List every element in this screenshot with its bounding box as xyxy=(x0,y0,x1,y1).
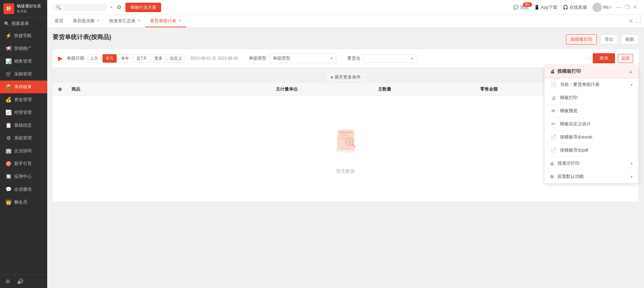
close-icon[interactable]: ✕ xyxy=(633,4,637,10)
sidebar-item-inventory[interactable]: 📦 库存核算 xyxy=(0,81,47,93)
online-service-item[interactable]: 🎧 在线客服 xyxy=(563,4,587,10)
current-label: 当前：要货单统计表 xyxy=(560,82,599,88)
inventory-icon: 📦 xyxy=(5,84,11,90)
sidebar-item-basic-info[interactable]: 📋 基础信息 xyxy=(0,119,47,132)
tab-inventory-batch[interactable]: 库存批次账 ✕ xyxy=(68,15,105,27)
sidebar-search[interactable]: 🔍 搜索菜单 xyxy=(0,18,47,29)
warehouse-label: 要货仓 xyxy=(347,55,360,61)
gear-icon[interactable]: ⚙ xyxy=(117,4,121,10)
col-unit-header: 主计量单位 xyxy=(276,86,378,92)
sidebar-item-quick-nav[interactable]: ⚡ 快捷导航 xyxy=(0,29,47,42)
dropdown-menu: 🖨 按模板打印 ▲ 📄 当前：要货单统计表 ▾ 🖨 模板打印 👁 模板预览 xyxy=(544,65,639,184)
speaker-icon[interactable]: 🔊 xyxy=(17,278,24,285)
sidebar-item-label: 畅会员 xyxy=(14,199,27,205)
sidebar-item-label: 应用中心 xyxy=(14,173,32,180)
query-btn[interactable]: 查询 xyxy=(593,53,615,63)
more-btn[interactable]: 更多 xyxy=(151,54,166,63)
operations-icon: 📈 xyxy=(5,109,11,116)
user-dropdown-icon: ▾ xyxy=(610,5,612,9)
7days-btn[interactable]: 近7天 xyxy=(134,54,150,63)
sidebar-nav: ⚡ 快捷导航 📢 营销推广 📊 销售管理 🛒 采购管理 📦 库存核算 💰 资金管… xyxy=(0,29,47,275)
sidebar-item-label: 营销推广 xyxy=(14,45,32,52)
sidebar-item-wechat[interactable]: 💬 企业微信 xyxy=(0,183,47,196)
warehouse-select[interactable]: ▾ xyxy=(363,54,417,63)
finance-icon: 💰 xyxy=(5,97,11,103)
print-template-btn[interactable]: 按模板打印 xyxy=(566,34,597,44)
expand-more-btn[interactable]: ▾ 展开更多条件 xyxy=(325,73,366,82)
tab-expand-icon[interactable]: ⛶ xyxy=(636,18,641,24)
select-arrow-icon: ▾ xyxy=(330,56,333,61)
last-month-btn[interactable]: 上月 xyxy=(87,54,101,63)
main-area: 🔍 ▾ ⚙ 体验行业方案 💬 消息 99+ 📱 App下载 🎧 在线客服 Rit xyxy=(47,0,644,288)
sidebar-item-marketing[interactable]: 📢 营销推广 xyxy=(0,42,47,55)
export-btn[interactable]: 导出 xyxy=(600,34,618,44)
chevron-up-icon[interactable]: ▲ xyxy=(628,69,633,74)
page-content: 要货单统计表(按商品) 按模板打印 导出 刷新 ▶ 单据日期 上月 本月 本年 … xyxy=(47,28,644,288)
refresh-btn[interactable]: 刷新 xyxy=(621,34,639,44)
sidebar-item-enterprise[interactable]: 🏢 企业协同 xyxy=(0,145,47,157)
settings-icon[interactable]: ⚙ xyxy=(5,278,10,285)
app-download-item[interactable]: 📱 App下载 xyxy=(534,4,557,10)
dropdown-template-print[interactable]: 🖨 模板打印 xyxy=(545,91,638,104)
dropdown-default-func[interactable]: ⚙ 设置默认功能 ▾ xyxy=(545,170,638,183)
more-options-icon[interactable]: ··· xyxy=(585,55,590,62)
restore-icon[interactable]: ❐ xyxy=(625,4,630,10)
sidebar-item-member[interactable]: 👑 畅会员 xyxy=(0,196,47,209)
settings-gear-icon[interactable]: ⚙ xyxy=(58,87,62,92)
search-icon: 🔍 xyxy=(4,21,9,26)
dropdown-template-preview[interactable]: 👁 模板预览 xyxy=(545,104,638,118)
sidebar-item-app-center[interactable]: 🔲 应用中心 xyxy=(0,170,47,183)
tabbar: 首页 库存批次账 ✕ 收发存汇总表 ✕ 要货单统计表 ✕ ✕ ⛶ xyxy=(47,15,644,28)
sidebar-item-system[interactable]: ⚙ 系统管理 xyxy=(0,132,47,145)
sidebar-item-finance[interactable]: 💰 资金管理 xyxy=(0,93,47,106)
dropdown-display-print[interactable]: 🖨 按显示打印 ▾ xyxy=(545,157,638,170)
default-func-left: ⚙ 设置默认功能 xyxy=(550,173,584,180)
app-icon: 📱 xyxy=(534,5,539,10)
minimize-icon[interactable]: — xyxy=(616,4,621,10)
empty-icon xyxy=(329,123,362,163)
tab-close-icon[interactable]: ✕ xyxy=(178,19,181,23)
dropdown-template-excel[interactable]: 📄 按模板导出excel xyxy=(545,131,638,144)
expand-more-label: 展开更多条件 xyxy=(334,74,361,80)
this-year-btn[interactable]: 本年 xyxy=(118,54,132,63)
basic-info-icon: 📋 xyxy=(5,122,11,128)
page-header-row: 要货单统计表(按商品) 按模板打印 导出 刷新 xyxy=(53,33,639,46)
tab-receipt-summary[interactable]: 收发存汇总表 ✕ xyxy=(105,15,145,27)
template-pdf-icon: 📄 xyxy=(550,147,557,153)
svg-rect-3 xyxy=(339,135,349,136)
sidebar-item-sales[interactable]: 📊 销售管理 xyxy=(0,55,47,68)
service-icon: 🎧 xyxy=(563,5,568,10)
order-type-select[interactable]: 单据类型 ▾ xyxy=(269,54,336,63)
dropdown-current[interactable]: 📄 当前：要货单统计表 ▾ xyxy=(545,78,638,91)
this-month-btn[interactable]: 本月 xyxy=(103,54,117,63)
app-download-label: App下载 xyxy=(541,4,557,10)
tab-close-icon[interactable]: ✕ xyxy=(138,19,141,23)
template-print-label: 模板打印 xyxy=(560,95,578,101)
expand-arrow-icon: ▾ xyxy=(631,161,633,166)
filter-expand-icon[interactable]: ▶ xyxy=(58,55,63,62)
tab-close-all-icon[interactable]: ✕ xyxy=(629,18,633,24)
member-icon: 👑 xyxy=(5,199,11,205)
sidebar-item-purchase[interactable]: 🛒 采购管理 xyxy=(0,68,47,81)
dropdown-arrow[interactable]: ▾ xyxy=(111,5,113,10)
template-preview-label: 模板预览 xyxy=(560,108,578,114)
tab-order-stats[interactable]: 要货单统计表 ✕ xyxy=(145,15,186,27)
sidebar-item-operations[interactable]: 📈 经营管理 xyxy=(0,106,47,119)
message-item[interactable]: 💬 消息 99+ xyxy=(513,4,529,10)
settings-btn[interactable]: 设置 xyxy=(618,54,633,63)
sidebar-item-guide[interactable]: 🎯 新手引导 xyxy=(0,157,47,170)
sidebar-item-label: 采购管理 xyxy=(14,71,32,77)
unit-col-label: 主计量单位 xyxy=(276,87,298,92)
sidebar-item-label: 销售管理 xyxy=(14,58,32,64)
custom-btn[interactable]: 自定义 xyxy=(167,54,185,63)
svg-rect-2 xyxy=(339,131,352,133)
user-item[interactable]: Rit ▾ xyxy=(592,3,612,12)
col-qty-header: 主数量 xyxy=(378,86,480,92)
dropdown-template-pdf[interactable]: 📄 按模板导出pdf xyxy=(545,144,638,157)
topbar-search[interactable]: 🔍 xyxy=(53,4,107,11)
tab-home[interactable]: 首页 xyxy=(50,15,68,27)
dropdown-template-custom[interactable]: ✏ 模板自定义设计 xyxy=(545,118,638,131)
tab-close-icon[interactable]: ✕ xyxy=(97,19,100,23)
trial-btn[interactable]: 体验行业方案 xyxy=(125,3,161,12)
sidebar-item-label: 新手引导 xyxy=(14,161,32,167)
